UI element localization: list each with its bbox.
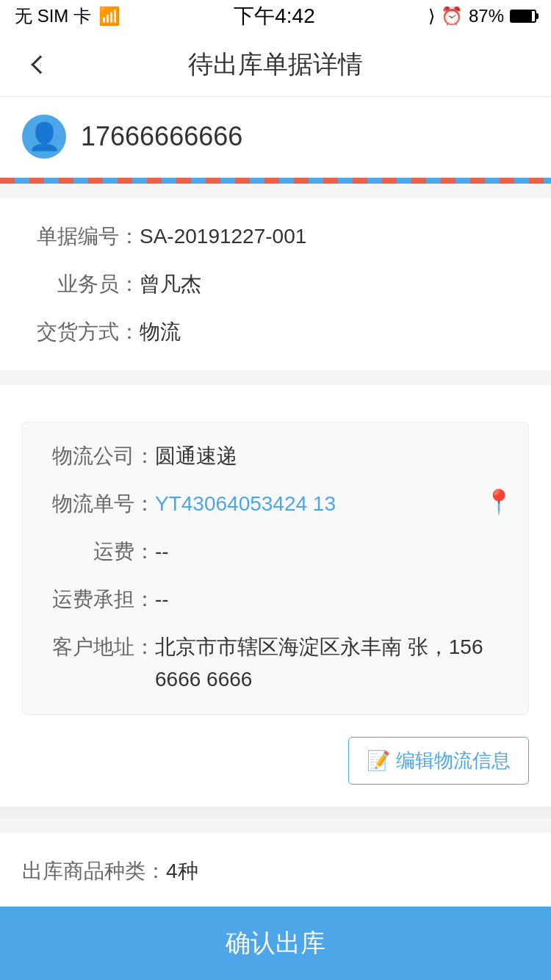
- goods-type-label: 出库商品种类：: [22, 855, 166, 888]
- section-separator: [0, 807, 551, 818]
- confirm-outbound-label: 确认出库: [226, 926, 325, 960]
- document-id-row: 单据编号： SA-20191227-001: [22, 220, 529, 253]
- status-time: 下午4:42: [234, 2, 315, 30]
- location-pin-icon[interactable]: 📍: [484, 488, 514, 516]
- freight-value: --: [155, 536, 514, 569]
- wifi-icon: 📶: [98, 6, 120, 26]
- back-button[interactable]: [22, 46, 59, 83]
- customer-phone: 17666666666: [81, 121, 242, 152]
- logistics-company-label: 物流公司：: [37, 440, 155, 473]
- goods-type-value: 4种: [166, 855, 529, 888]
- document-id-value: SA-20191227-001: [140, 220, 529, 253]
- alarm-icon: ⏰: [441, 6, 463, 26]
- logistics-section-card: 物流公司： 圆通速递 物流单号： YT43064053424 13 📍 运费： …: [0, 385, 551, 807]
- status-left: 无 SIM 卡 📶: [15, 4, 120, 28]
- goods-type-row: 出库商品种类： 4种: [22, 855, 529, 888]
- delivery-row: 交货方式： 物流: [22, 316, 529, 349]
- status-right: ⟩ ⏰ 87%: [428, 6, 536, 26]
- address-row: 客户地址： 北京市市辖区海淀区永丰南 张，156 6666 6666: [37, 631, 514, 697]
- address-label: 客户地址：: [37, 631, 155, 664]
- edit-logistics-row: 📝 编辑物流信息: [22, 729, 529, 785]
- document-info-section: 单据编号： SA-20191227-001 业务员： 曾凡杰 交货方式： 物流: [0, 198, 551, 370]
- logistics-tracking-label: 物流单号：: [37, 488, 155, 521]
- carrier-label: 无 SIM 卡: [15, 4, 91, 28]
- location-icon: ⟩: [428, 6, 435, 26]
- logistics-company-row: 物流公司： 圆通速递: [37, 440, 514, 473]
- logistics-company-value: 圆通速递: [155, 440, 514, 473]
- page-title: 待出库单据详情: [59, 48, 492, 82]
- battery-icon: [510, 10, 536, 23]
- customer-card: 👤 17666666666: [0, 97, 551, 176]
- logistics-detail-box: 物流公司： 圆通速递 物流单号： YT43064053424 13 📍 运费： …: [22, 422, 529, 715]
- decorative-divider: [0, 178, 551, 184]
- battery-percent: 87%: [469, 6, 504, 26]
- document-id-label: 单据编号：: [22, 220, 140, 253]
- confirm-outbound-button[interactable]: 确认出库: [0, 907, 551, 980]
- freight-label: 运费：: [37, 536, 155, 569]
- edit-logistics-label: 编辑物流信息: [396, 748, 511, 774]
- edit-icon: 📝: [367, 749, 390, 772]
- freight-bearer-value: --: [155, 583, 514, 616]
- staff-row: 业务员： 曾凡杰: [22, 268, 529, 301]
- logistics-tracking-value: YT43064053424 13: [155, 488, 472, 521]
- freight-bearer-label: 运费承担：: [37, 583, 155, 616]
- staff-label: 业务员：: [22, 268, 140, 301]
- nav-bar: 待出库单据详情: [0, 32, 551, 97]
- edit-logistics-button[interactable]: 📝 编辑物流信息: [348, 737, 529, 785]
- delivery-value: 物流: [140, 316, 529, 349]
- delivery-label: 交货方式：: [22, 316, 140, 349]
- logistics-tracking-row: 物流单号： YT43064053424 13 📍: [37, 488, 514, 521]
- freight-bearer-row: 运费承担： --: [37, 583, 514, 616]
- user-icon: 👤: [28, 121, 61, 152]
- staff-value: 曾凡杰: [140, 268, 529, 301]
- address-value: 北京市市辖区海淀区永丰南 张，156 6666 6666: [155, 631, 514, 697]
- freight-row: 运费： --: [37, 536, 514, 569]
- back-arrow-icon: [31, 55, 49, 73]
- status-bar: 无 SIM 卡 📶 下午4:42 ⟩ ⏰ 87%: [0, 0, 551, 32]
- avatar: 👤: [22, 115, 66, 159]
